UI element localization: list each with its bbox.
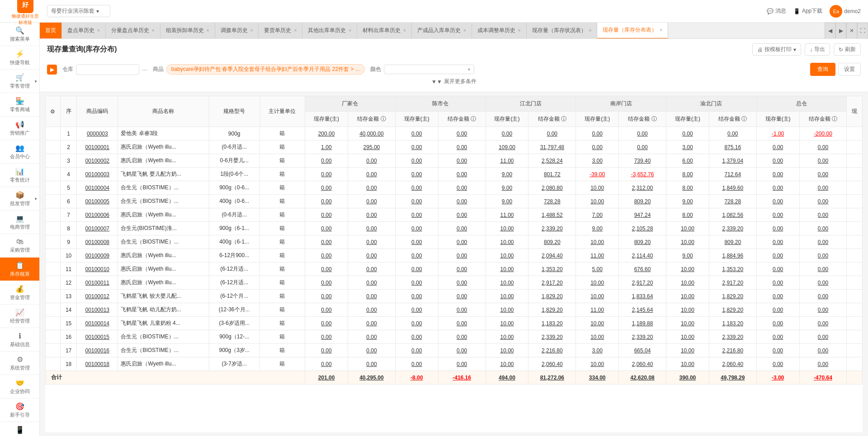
cell-jb-amt[interactable]: 1,353.20	[528, 263, 576, 276]
cell-f-amt[interactable]: 295.00	[348, 141, 395, 154]
cell-code[interactable]: 00100004	[77, 181, 118, 195]
cell-f-amt[interactable]: 0.00	[348, 263, 395, 276]
cell-c-amt[interactable]: 0.00	[438, 303, 486, 317]
filter-toggle-btn[interactable]: ▶	[47, 65, 57, 75]
cell-c-qty[interactable]: 0.00	[395, 276, 438, 290]
cell-t-qty[interactable]: 0.00	[756, 181, 799, 195]
cell-code[interactable]: 00100002	[77, 154, 118, 168]
cell-t-qty[interactable]: 0.00	[756, 276, 799, 290]
cell-na-amt[interactable]: 2,145.64	[619, 303, 666, 317]
cell-c-qty[interactable]: 0.00	[395, 317, 438, 330]
cell-code[interactable]: 00100015	[77, 330, 118, 344]
cell-yb-qty[interactable]: 8.00	[666, 181, 709, 195]
cell-t-amt[interactable]: 0.00	[799, 181, 847, 195]
sidebar-item-marketing[interactable]: 📢 营销推广	[0, 117, 39, 140]
cell-yb-amt[interactable]: 2,339.20	[709, 222, 756, 235]
cell-t-amt[interactable]: 0.00	[799, 263, 847, 276]
cell-f-qty[interactable]: 0.00	[305, 303, 348, 317]
cell-yb-amt[interactable]: 1,353.20	[709, 263, 756, 276]
cell-na-qty[interactable]: -39.00	[576, 168, 619, 181]
cell-yb-amt[interactable]: 1,829.20	[709, 303, 756, 317]
cell-jb-amt[interactable]: 1,829.20	[528, 303, 576, 317]
sidebar-item-retail-mgmt[interactable]: 🛒 零售管理	[0, 70, 39, 93]
cell-na-qty[interactable]: 10.00	[576, 330, 619, 344]
cell-f-qty[interactable]: 0.00	[305, 168, 348, 181]
cell-t-qty[interactable]: 0.00	[756, 317, 799, 330]
sidebar-item-operations[interactable]: 📈 经营管理	[0, 305, 39, 328]
cell-f-amt[interactable]: 0.00	[348, 344, 395, 357]
cell-t-amt[interactable]: 0.00	[799, 168, 847, 181]
tab-demand[interactable]: 要货单历史 ×	[259, 23, 302, 39]
cell-jb-amt[interactable]: 2,216.80	[528, 344, 576, 357]
cell-f-qty[interactable]: 0.00	[305, 263, 348, 276]
cell-yb-qty[interactable]: 10.00	[666, 344, 709, 357]
cell-yb-qty[interactable]: 10.00	[666, 303, 709, 317]
cell-na-qty[interactable]: 10.00	[576, 317, 619, 330]
cell-t-amt[interactable]: 0.00	[799, 303, 847, 317]
cell-c-qty[interactable]: 0.00	[395, 141, 438, 154]
cell-jb-qty[interactable]: 10.00	[486, 344, 528, 357]
tab-product-in[interactable]: 产成品入库单历史 ×	[412, 23, 472, 39]
cell-code[interactable]: 00100018	[77, 357, 118, 371]
cell-t-qty[interactable]: 0.00	[756, 235, 799, 249]
cell-c-amt[interactable]: 0.00	[438, 141, 486, 154]
export-btn[interactable]: ↓ 导出	[805, 43, 830, 56]
cell-na-qty[interactable]: 7.00	[576, 208, 619, 222]
cell-t-amt[interactable]: -200.00	[799, 127, 847, 141]
message-btn[interactable]: 💬 消息	[767, 7, 786, 15]
cell-c-amt[interactable]: 0.00	[438, 344, 486, 357]
cell-jb-qty[interactable]: 10.00	[486, 290, 528, 303]
cell-yb-amt[interactable]: 1,379.04	[709, 154, 756, 168]
sidebar-item-newguide[interactable]: 🎯 新手引导	[0, 398, 39, 422]
cell-na-amt[interactable]: 809.20	[619, 195, 666, 208]
cell-jb-amt[interactable]: 1,183.20	[528, 317, 576, 330]
cell-f-qty[interactable]: 0.00	[305, 317, 348, 330]
cell-c-qty[interactable]: 0.00	[395, 168, 438, 181]
color-dropdown[interactable]: ▾	[384, 65, 474, 74]
sidebar-item-retail-store[interactable]: 🏪 零售商城	[0, 93, 39, 117]
cell-t-amt[interactable]: 0.00	[799, 344, 847, 357]
cell-t-qty[interactable]: 0.00	[756, 208, 799, 222]
warehouse-input[interactable]	[76, 64, 139, 75]
cell-t-amt[interactable]: 0.00	[799, 208, 847, 222]
sidebar-item-purchase[interactable]: 🛍 采购管理	[0, 234, 39, 258]
tab-close-icon[interactable]: ×	[152, 28, 155, 33]
tab-prev-btn[interactable]: ◀	[825, 23, 835, 39]
cell-yb-qty[interactable]: 10.00	[666, 263, 709, 276]
cell-c-amt[interactable]: 0.00	[438, 249, 486, 263]
cell-f-amt[interactable]: 0.00	[348, 276, 395, 290]
cell-t-amt[interactable]: 0.00	[799, 290, 847, 303]
cell-t-qty[interactable]: 0.00	[756, 222, 799, 235]
cell-c-qty[interactable]: 0.00	[395, 263, 438, 276]
footer-c-qty[interactable]: -8.00	[395, 371, 438, 384]
cell-c-qty[interactable]: 0.00	[395, 330, 438, 344]
cell-t-amt[interactable]: 0.00	[799, 195, 847, 208]
cell-na-amt[interactable]: 665.04	[619, 344, 666, 357]
cell-yb-amt[interactable]: 2,216.80	[709, 344, 756, 357]
cell-c-amt[interactable]: 0.00	[438, 357, 486, 371]
cell-f-amt[interactable]: 0.00	[348, 290, 395, 303]
cell-c-amt[interactable]: 0.00	[438, 154, 486, 168]
cell-yb-amt[interactable]: 0.00	[709, 127, 756, 141]
tab-other-out[interactable]: 其他出库单历史 ×	[302, 23, 357, 39]
cell-f-amt[interactable]: 0.00	[348, 154, 395, 168]
cell-yb-qty[interactable]: 10.00	[666, 317, 709, 330]
cell-yb-qty[interactable]: 8.00	[666, 208, 709, 222]
cell-yb-amt[interactable]: 875.16	[709, 141, 756, 154]
cell-t-qty[interactable]: 0.00	[756, 344, 799, 357]
tab-close-icon[interactable]: ×	[660, 28, 662, 33]
footer-f-amt[interactable]: 40,295.00	[348, 371, 395, 384]
cell-t-amt[interactable]: 0.00	[799, 249, 847, 263]
cell-jb-amt[interactable]: 2,528.24	[528, 154, 576, 168]
cell-f-amt[interactable]: 40,000.00	[348, 127, 395, 141]
cell-na-qty[interactable]: 3.00	[576, 344, 619, 357]
cell-jb-qty[interactable]: 10.00	[486, 317, 528, 330]
cell-code[interactable]: 00100005	[77, 195, 118, 208]
cell-na-amt[interactable]: 2,339.20	[619, 330, 666, 344]
cell-c-amt[interactable]: 0.00	[438, 290, 486, 303]
footer-c-amt[interactable]: -416.16	[438, 371, 486, 384]
cell-jb-amt[interactable]: 31,797.48	[528, 141, 576, 154]
tab-close-icon[interactable]: ×	[518, 28, 521, 33]
cell-c-qty[interactable]: 0.00	[395, 235, 438, 249]
cell-c-qty[interactable]: 0.00	[395, 195, 438, 208]
